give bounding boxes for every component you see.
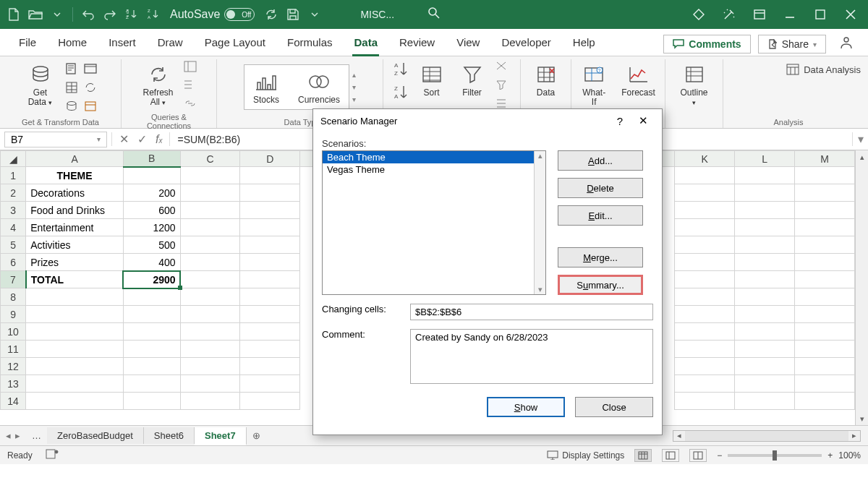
dialog-close-button[interactable]: ✕	[631, 111, 655, 131]
tab-draw[interactable]: Draw	[148, 30, 193, 56]
view-page-break-icon[interactable]	[689, 449, 707, 462]
row-header-5[interactable]: 5	[1, 236, 26, 254]
row-header-2[interactable]: 2	[1, 184, 26, 202]
dialog-help-button[interactable]: ?	[608, 111, 631, 131]
summary-button[interactable]: Summary...	[558, 275, 643, 295]
col-header-a[interactable]: A	[26, 151, 124, 167]
scenario-item-selected[interactable]: Beach Theme	[323, 151, 545, 163]
edit-links-icon[interactable]	[184, 98, 200, 114]
zoom-slider[interactable]	[728, 454, 822, 457]
enter-formula-icon[interactable]: ✓	[137, 132, 147, 146]
merge-button[interactable]: Merge...	[558, 247, 643, 267]
dialog-titlebar[interactable]: Scenario Manager ? ✕	[313, 109, 662, 132]
get-data-button[interactable]: Get Data ▾	[23, 61, 58, 109]
display-settings[interactable]: Display Settings	[547, 450, 624, 461]
queries-pane-icon[interactable]	[184, 61, 200, 77]
row-header-14[interactable]: 14	[1, 393, 26, 410]
add-button[interactable]: AAdd...dd...	[558, 150, 643, 171]
zoom-in-icon[interactable]: +	[827, 450, 833, 461]
row-header-12[interactable]: 12	[1, 358, 26, 375]
comments-button[interactable]: Comments	[663, 35, 750, 53]
refresh-all-button[interactable]: Refresh All ▾	[138, 61, 177, 109]
connections-icon[interactable]	[64, 98, 80, 114]
formula-expand-icon[interactable]: ▾	[852, 132, 868, 146]
cell-a6[interactable]: Prizes	[26, 254, 124, 271]
row-header-10[interactable]: 10	[1, 323, 26, 341]
tab-data[interactable]: Data	[344, 30, 388, 56]
existing-icon[interactable]	[82, 98, 98, 114]
fx-icon[interactable]: fx	[156, 133, 162, 146]
row-header-7[interactable]: 7	[1, 271, 26, 288]
col-header-d[interactable]: D	[240, 151, 300, 167]
cell-a7[interactable]: TOTAL	[26, 271, 124, 288]
sheet-overflow[interactable]: …	[26, 430, 47, 441]
cancel-formula-icon[interactable]: ✕	[119, 132, 129, 146]
row-header-6[interactable]: 6	[1, 254, 26, 271]
horizontal-scrollbar[interactable]: ◂▸	[673, 430, 861, 442]
ribbon-mode-icon[interactable]	[746, 4, 773, 25]
cell-a3[interactable]: Food and Drinks	[26, 202, 124, 219]
close-icon[interactable]	[838, 4, 864, 25]
row-header-13[interactable]: 13	[1, 375, 26, 393]
row-header-9[interactable]: 9	[1, 306, 26, 323]
wand-icon[interactable]	[716, 4, 742, 25]
zoom-control[interactable]: − + 100%	[717, 450, 861, 461]
redo-icon[interactable]	[101, 5, 119, 24]
view-page-layout-icon[interactable]	[662, 449, 679, 462]
outline-button[interactable]: Outline▾	[676, 61, 712, 109]
user-icon[interactable]	[833, 33, 859, 56]
cell-b3[interactable]: 600	[123, 202, 180, 219]
autosave[interactable]: AutoSave Off	[170, 8, 255, 21]
cell-a1[interactable]: THEME	[26, 167, 124, 184]
close-button[interactable]: Close	[575, 397, 653, 417]
currencies-button[interactable]: Currencies	[294, 68, 344, 106]
data-tools-button[interactable]: Data	[529, 61, 563, 99]
sort-az-icon[interactable]: AZ	[393, 61, 409, 81]
search-icon[interactable]	[427, 7, 441, 22]
stocks-button[interactable]: Stocks	[249, 68, 284, 106]
view-normal-icon[interactable]	[634, 449, 652, 462]
dropdown-icon[interactable]	[48, 5, 67, 24]
diamond-icon[interactable]	[686, 4, 712, 25]
cell-b6[interactable]: 400	[123, 254, 180, 271]
tab-developer[interactable]: Developer	[491, 30, 561, 56]
scenario-item[interactable]: Vegas Theme	[323, 163, 545, 176]
cell-a4[interactable]: Entertainment	[26, 219, 124, 236]
macro-record-icon[interactable]	[46, 449, 59, 461]
reapply-icon[interactable]	[495, 80, 511, 95]
add-sheet-button[interactable]: ⊕	[247, 430, 267, 441]
show-button[interactable]: Show	[487, 397, 565, 417]
filter-button[interactable]: Filter	[455, 61, 490, 99]
listbox-scrollbar[interactable]: ▴▾	[534, 151, 545, 294]
forecast-button[interactable]: Forecast	[617, 61, 660, 99]
cell-a2[interactable]: Decorations	[26, 184, 124, 202]
cell-b4[interactable]: 1200	[123, 219, 180, 236]
data-types-nav[interactable]: ▴▾▾	[352, 71, 356, 103]
from-text-icon[interactable]	[64, 61, 80, 77]
col-header-m[interactable]: M	[795, 151, 855, 167]
tab-view[interactable]: View	[446, 30, 490, 56]
sheet-tab-3[interactable]: Sheet7	[195, 427, 247, 445]
cell-b7[interactable]: 2900	[123, 271, 180, 288]
undo-icon[interactable]	[79, 5, 98, 24]
tab-review[interactable]: Review	[389, 30, 445, 56]
row-header-8[interactable]: 8	[1, 288, 26, 306]
sort-desc-icon[interactable]: ZA	[144, 5, 163, 24]
save-icon[interactable]	[284, 5, 302, 24]
from-web-icon[interactable]	[82, 61, 98, 77]
zoom-out-icon[interactable]: −	[717, 450, 722, 461]
vertical-scrollbar[interactable]: ▴ ▾	[855, 150, 868, 425]
cell-b2[interactable]: 200	[123, 184, 180, 202]
col-header-c[interactable]: C	[180, 151, 240, 167]
col-header-b[interactable]: B	[123, 151, 180, 167]
what-if-button[interactable]: ? What-If	[576, 61, 611, 108]
tab-help[interactable]: Help	[563, 30, 605, 56]
scroll-up-icon[interactable]: ▴	[856, 150, 868, 163]
row-header-4[interactable]: 4	[1, 219, 26, 236]
dropdown-icon[interactable]	[305, 5, 324, 24]
zoom-handle[interactable]	[773, 450, 777, 461]
from-table-icon[interactable]	[64, 80, 80, 95]
sort-za-icon[interactable]: ZA	[393, 84, 409, 104]
cell-b5[interactable]: 500	[123, 236, 180, 254]
sheet-nav[interactable]: ◂▸	[0, 430, 26, 441]
